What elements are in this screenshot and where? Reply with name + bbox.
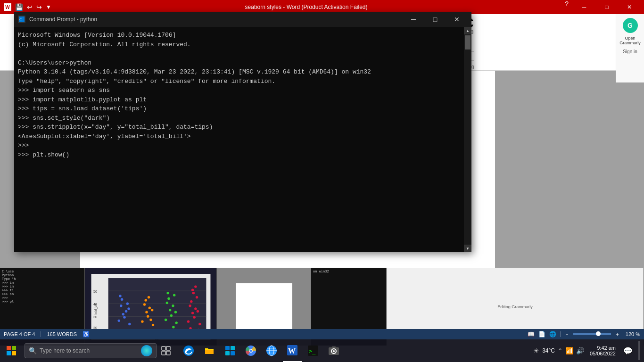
svg-point-48 — [187, 320, 189, 322]
word-taskbar-icon[interactable]: W — [283, 339, 302, 362]
camera-taskbar-icon[interactable] — [324, 339, 343, 362]
svg-point-29 — [144, 299, 147, 301]
taskview-button[interactable] — [157, 339, 175, 362]
cmd-minimize-button[interactable]: ─ — [403, 12, 424, 27]
cmd-scrollbar[interactable]: ▲ ▼ — [464, 27, 471, 252]
status-left: PAGE 4 OF 4 165 WORDS ♿ — [0, 331, 93, 337]
cmd-scroll-up[interactable]: ▲ — [464, 27, 471, 34]
svg-rect-69 — [166, 351, 170, 355]
cmd-icon: C — [18, 16, 25, 23]
svg-rect-67 — [166, 346, 170, 350]
svg-rect-74 — [231, 351, 235, 355]
svg-point-38 — [175, 321, 177, 324]
word-logo: W — [4, 3, 11, 11]
chevron-up-icon[interactable]: ⌃ — [558, 347, 562, 354]
start-button[interactable] — [0, 339, 23, 362]
minimize-button[interactable]: ─ — [573, 0, 595, 14]
taskview-icon — [161, 346, 171, 355]
svg-point-20 — [126, 302, 128, 304]
taskbar-search[interactable]: 🔍 Type here to search — [25, 343, 157, 358]
svg-point-15 — [127, 307, 130, 310]
svg-point-14 — [120, 304, 122, 307]
store-taskbar-icon[interactable] — [221, 339, 239, 362]
svg-point-33 — [172, 304, 174, 307]
status-separator-1 — [41, 331, 41, 337]
save-icon[interactable]: 💾 — [15, 3, 23, 11]
view-print-icon[interactable]: 📄 — [538, 331, 545, 337]
svg-point-27 — [141, 320, 143, 322]
cmd-controls: ─ □ ✕ — [403, 12, 468, 27]
svg-point-90 — [333, 350, 335, 352]
customize-icon[interactable]: ▼ — [46, 4, 51, 10]
cmd-maximize-button[interactable]: □ — [424, 12, 446, 27]
svg-rect-73 — [225, 351, 230, 355]
clock[interactable]: 9:42 am 05/06/2022 — [586, 345, 619, 356]
taskbar-icons: W >_ — [179, 339, 343, 362]
svg-text:50: 50 — [93, 289, 97, 293]
svg-point-16 — [123, 316, 125, 318]
cmd-content[interactable]: Microsoft Windows [Version 10.0.19044.17… — [14, 27, 464, 252]
restore-button[interactable]: □ — [596, 0, 618, 14]
svg-rect-65 — [12, 351, 16, 355]
zoom-slider[interactable] — [573, 333, 611, 335]
svg-rect-66 — [162, 346, 165, 350]
zoom-level[interactable]: 120 % — [626, 331, 640, 337]
chrome-taskbar-icon[interactable] — [241, 339, 260, 362]
network-icon[interactable]: 📶 — [565, 347, 573, 354]
redo-icon[interactable]: ↪ — [36, 3, 42, 11]
svg-point-42 — [172, 326, 174, 328]
cmd-scroll-thumb[interactable] — [465, 35, 471, 49]
titlebar-controls: ? ─ □ ✕ — [561, 0, 644, 14]
close-button[interactable]: ✕ — [619, 0, 640, 14]
status-separator-2 — [560, 331, 561, 337]
svg-text:total_bill: total_bill — [94, 304, 98, 314]
cmd-body: Microsoft Windows [Version 10.0.19044.17… — [14, 27, 471, 252]
view-read-icon[interactable]: 📖 — [528, 331, 535, 337]
accessibility-icon[interactable]: ♿ — [83, 331, 90, 337]
terminal-taskbar-icon[interactable]: >_ — [304, 339, 322, 362]
zoom-in-button[interactable]: ＋ — [615, 331, 620, 338]
word-count: 165 WORDS — [47, 331, 77, 337]
word-title: seaborn styles - Word (Product Activatio… — [51, 4, 561, 10]
taskbar-search-text: Type here to search — [40, 347, 90, 354]
cmd-scroll-down[interactable]: ▼ — [464, 245, 471, 252]
svg-point-46 — [196, 310, 198, 312]
view-web-icon[interactable]: 🌐 — [549, 331, 556, 337]
thumb-win32-text: on win32 — [313, 270, 329, 273]
svg-point-17 — [117, 319, 120, 321]
edge-icon — [182, 345, 195, 357]
page-count: PAGE 4 OF 4 — [4, 331, 35, 337]
svg-point-40 — [173, 294, 175, 296]
titlebar-left: W 💾 ↩ ↪ ▼ — [0, 3, 51, 11]
svg-point-22 — [145, 311, 148, 313]
globe-taskbar-icon[interactable] — [262, 339, 281, 362]
svg-point-12 — [122, 313, 124, 315]
svg-point-35 — [174, 311, 176, 313]
svg-point-31 — [147, 296, 149, 298]
weather-icon: ☀ — [533, 347, 539, 354]
svg-point-28 — [151, 323, 154, 326]
store-icon — [224, 345, 236, 357]
zoom-out-button[interactable]: － — [564, 331, 570, 338]
cmd-close-button[interactable]: ✕ — [446, 12, 468, 27]
svg-point-21 — [119, 295, 121, 297]
notification-icon[interactable]: 💬 — [621, 346, 635, 355]
speaker-icon[interactable]: 🔊 — [576, 347, 584, 354]
svg-point-26 — [146, 315, 149, 317]
svg-point-49 — [198, 322, 201, 325]
word-status-bar: PAGE 4 OF 4 165 WORDS ♿ 📖 📄 🌐 － ＋ 120 % — [0, 329, 644, 339]
undo-icon[interactable]: ↩ — [27, 3, 33, 11]
taskbar-search-icon: 🔍 — [29, 347, 37, 354]
chrome-icon — [245, 345, 257, 357]
svg-point-25 — [151, 309, 153, 311]
grammarly-signin[interactable]: Sign in — [623, 49, 637, 54]
files-taskbar-icon[interactable] — [200, 339, 219, 362]
show-desktop-icon[interactable] — [638, 341, 640, 360]
grammarly-icon[interactable]: G — [623, 18, 638, 33]
edge-taskbar-icon[interactable] — [179, 339, 198, 362]
help-icon[interactable]: ? — [561, 0, 572, 14]
clock-date: 05/06/2022 — [590, 351, 616, 356]
grammarly-panel: G Open Grammarly Sign in — [616, 14, 644, 82]
svg-rect-62 — [7, 346, 11, 350]
svg-text:>_: >_ — [309, 348, 316, 354]
